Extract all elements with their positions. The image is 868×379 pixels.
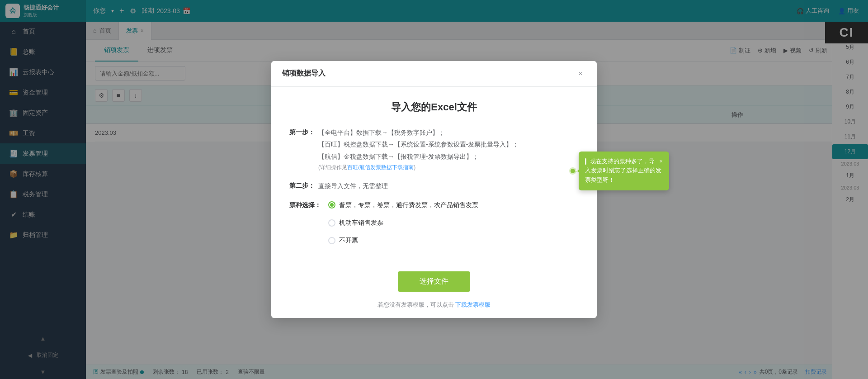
dialog-body: 导入您的Excel文件 第一步： 【全电平台】数据下载→【税务数字账户】； 【百… [271,87,597,267]
radio-noticket[interactable]: 不开票 [328,235,478,246]
radio-motor[interactable]: 机动车销售发票 [328,217,478,228]
step2-label: 第二步： [289,180,315,192]
step1-label: 第一步： [289,127,315,173]
tooltip-line [572,171,579,171]
step1-content: 【全电平台】数据下载→【税务数字账户】； 【百旺】税控盘数据下载→【系统设置-系… [318,127,519,173]
step2-row: 第二步： 直接导入文件，无需整理 [289,180,579,192]
radio-circle-motor [328,219,335,227]
radio-circle-noticket [328,237,335,244]
step2-content: 直接导入文件，无需整理 [318,180,388,192]
download-template-link[interactable]: 下载发票模版 [455,301,491,308]
dialog-main-title: 导入您的Excel文件 [289,100,579,114]
dialog-title: 销项数据导入 [282,69,326,78]
dialog-close-button[interactable]: × [575,68,586,79]
dialog-header: 销项数据导入 × [271,61,597,87]
step1-row: 第一步： 【全电平台】数据下载→【税务数字账户】； 【百旺】税控盘数据下载→【系… [289,127,579,173]
guide-link[interactable]: 百旺/航信发票数据下载指南 [347,164,414,171]
template-hint: 若您没有发票模版，可以点击 下载发票模版 [271,301,597,318]
import-dialog: 销项数据导入 × 导入您的Excel文件 第一步： 【全电平台】数据下载→【税务… [271,61,597,318]
tooltip-bar [585,158,586,165]
radio-dot-normal [330,203,334,207]
ticket-row: 票种选择： 普票，专票，卷票，通行费发票，农产品销售发票 机动车销售发票 [289,199,579,246]
modal-overlay: 销项数据导入 × 导入您的Excel文件 第一步： 【全电平台】数据下载→【税务… [0,0,868,379]
radio-group: 普票，专票，卷票，通行费发票，农产品销售发票 机动车销售发票 不开票 [328,199,478,246]
dialog-footer: 选择文件 [271,267,597,301]
radio-normal[interactable]: 普票，专票，卷票，通行费发票，农产品销售发票 [328,199,478,211]
select-file-button[interactable]: 选择文件 [398,271,470,292]
ticket-label: 票种选择： [289,199,321,246]
radio-circle-normal [328,201,335,208]
step1-note: (详细操作见百旺/航信发票数据下载指南) [318,162,519,173]
tooltip-close-button[interactable]: × [659,157,663,166]
tooltip-bubble: × 现在支持的票种多了，导入发票时别忘了选择正确的发票类型呀！ [579,152,669,190]
